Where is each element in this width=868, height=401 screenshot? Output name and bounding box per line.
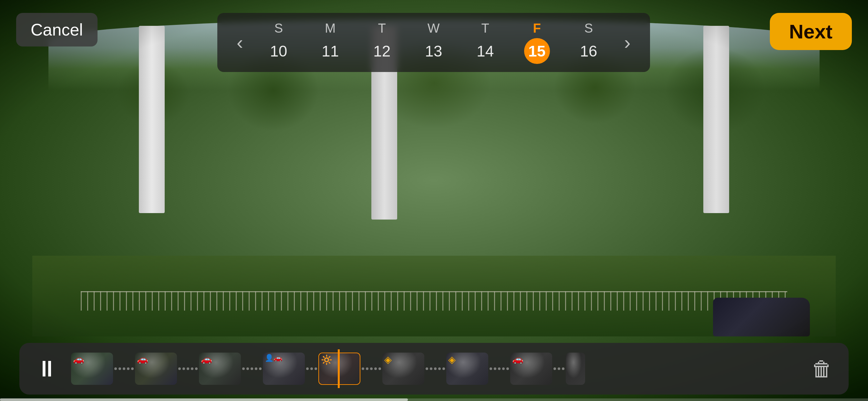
day-item-fri-15[interactable]: F 15	[511, 18, 563, 67]
chevron-left-icon: ‹	[237, 31, 243, 54]
dot-segment-6	[426, 367, 445, 370]
timeline-strip[interactable]: 🚗 🚗 🚗 👤🚗	[71, 349, 799, 388]
timeline-thumb-7[interactable]: 🚗	[510, 352, 552, 385]
dot-segment-2	[178, 367, 197, 370]
day-letter: S	[584, 21, 593, 35]
calendar-nav: ‹ S 10 M 11 T 12 W 13 T 14	[217, 13, 650, 72]
dot-segment-8	[554, 367, 564, 370]
active-thumb-container: 🔆	[318, 352, 361, 385]
calendar-next-button[interactable]: ›	[615, 28, 640, 57]
day-number: 11	[317, 38, 343, 64]
day-number: 13	[421, 38, 446, 64]
calendar-prev-button[interactable]: ‹	[227, 28, 253, 57]
pause-icon: ⏸	[35, 356, 58, 382]
day-item-thu-14[interactable]: T 14	[460, 18, 511, 67]
day-item-tue-12[interactable]: T 12	[356, 18, 408, 67]
timeline-thumb-1[interactable]: 🚗	[71, 352, 113, 385]
car-event-icon-2: 🚗	[137, 354, 148, 365]
timeline-thumb-3[interactable]: 🚗	[199, 352, 241, 385]
delete-button[interactable]: 🗑	[805, 353, 839, 384]
chevron-right-icon: ›	[624, 31, 631, 54]
dot-segment-4	[306, 367, 317, 370]
day-item-sat-10[interactable]: S 10	[253, 18, 305, 67]
day-letter-active: F	[533, 21, 541, 35]
top-controls: Cancel ‹ S 10 M 11 T 12 W 13 T	[0, 0, 868, 74]
timeline-thumb-2[interactable]: 🚗	[135, 352, 177, 385]
dot-segment-1	[114, 367, 134, 370]
day-number: 12	[369, 38, 395, 64]
day-letter: M	[325, 21, 336, 35]
day-letter: T	[482, 21, 489, 35]
day-number: 10	[266, 38, 291, 64]
person-car-event-icon: 👤🚗	[265, 354, 282, 362]
car-event-icon-3: 🚗	[201, 354, 212, 365]
timeline-thumb-5[interactable]: ◈	[382, 352, 424, 385]
timeline-thumb-4[interactable]: 👤🚗	[263, 352, 305, 385]
timeline-track: 🚗 🚗 🚗 👤🚗	[71, 352, 799, 385]
dot-segment-5	[362, 367, 381, 370]
next-button[interactable]: Next	[770, 13, 852, 50]
day-number-active: 15	[524, 38, 550, 64]
cancel-button[interactable]: Cancel	[16, 13, 97, 47]
day-letter: T	[378, 21, 386, 35]
timeline-thumb-6[interactable]: ◈	[446, 352, 488, 385]
car-event-icon-4: 🚗	[512, 354, 523, 365]
dot-segment-7	[490, 367, 509, 370]
bottom-bar: ⏸ 🚗 🚗 🚗	[20, 343, 848, 395]
car-event-icon: 🚗	[73, 354, 84, 365]
day-item-sat-16[interactable]: S 16	[563, 18, 615, 67]
trash-icon: 🗑	[811, 357, 833, 381]
day-letter: S	[274, 21, 283, 35]
motion-event-icon: ◈	[384, 354, 392, 365]
day-item-mon-11[interactable]: M 11	[305, 18, 356, 67]
dot-segment-3	[242, 367, 261, 370]
day-item-wed-13[interactable]: W 13	[408, 18, 460, 67]
progress-bar-fill	[0, 398, 408, 401]
timeline-marker	[338, 349, 340, 388]
pause-button[interactable]: ⏸	[29, 352, 65, 385]
active-event-icon: 🔆	[321, 354, 332, 365]
progress-bar-container	[0, 398, 868, 401]
day-number: 14	[472, 38, 498, 64]
motion-event-icon-2: ◈	[448, 354, 456, 365]
day-letter: W	[428, 21, 440, 35]
timeline-thumb-8[interactable]	[566, 352, 585, 385]
day-number: 16	[576, 38, 601, 64]
calendar-days: S 10 M 11 T 12 W 13 T 14 F 15	[253, 18, 615, 67]
